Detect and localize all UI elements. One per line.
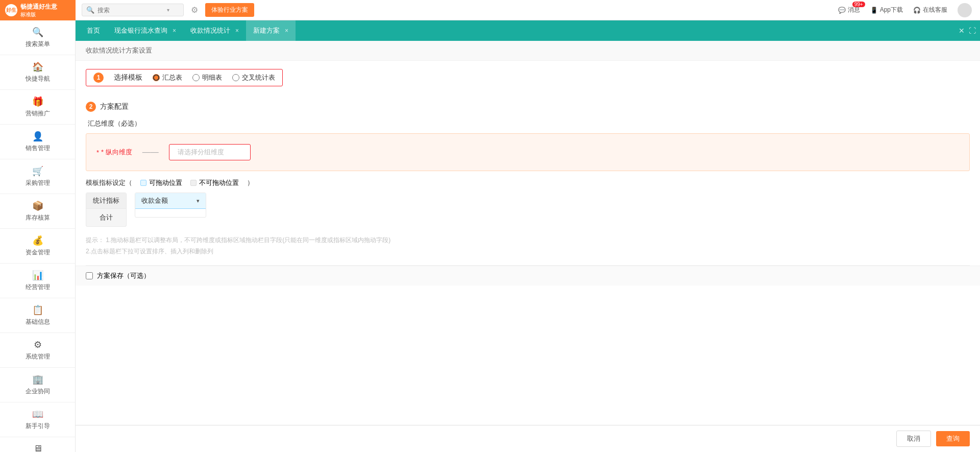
metrics-category-header: 统计指标 <box>86 193 126 209</box>
search-input[interactable] <box>97 7 164 14</box>
app-download-label: App下载 <box>880 6 903 14</box>
metrics-header-row: 模板指标设定（ 可拖动位置 不可拖动位置 ） <box>86 178 970 187</box>
trial-button[interactable]: 体验行业方案 <box>205 3 254 17</box>
save-label: 方案保存（可选） <box>97 271 150 280</box>
cancel-button[interactable]: 取消 <box>896 431 931 447</box>
sidebar-label-nav: 快捷导航 <box>26 75 50 83</box>
tab-bank-flow-label: 现金银行流水查询 <box>114 26 167 35</box>
dimension-select[interactable]: 请选择分组维度 <box>169 144 251 160</box>
tab-home[interactable]: 首页 <box>80 20 107 41</box>
footer: 取消 查询 <box>76 425 980 452</box>
enterprise-icon: 🏢 <box>32 374 43 385</box>
search-box[interactable]: 🔍 ▾ <box>82 4 184 16</box>
sidebar-item-enterprise[interactable]: 🏢 企业协同 <box>0 368 75 402</box>
tab-receipt-stats-close[interactable]: × <box>235 27 239 34</box>
sidebar: 🔍 搜索菜单 🏠 快捷导航 🎁 营销推广 👤 销售管理 🛒 采购管理 📦 <box>0 20 76 452</box>
query-button[interactable]: 查询 <box>936 431 970 446</box>
template-label-summary: 汇总表 <box>162 73 182 82</box>
sidebar-label-system: 系统管理 <box>26 352 50 361</box>
template-radio-group: 汇总表 明细表 交叉统计表 <box>153 73 275 82</box>
app-download-item[interactable]: 📱 App下载 <box>870 6 903 14</box>
sidebar-label-guide: 新手引导 <box>26 422 50 431</box>
search-icon: 🔍 <box>86 6 94 14</box>
metrics-table-area: 统计指标 合计 收款金额 ▾ <box>86 193 970 227</box>
search-menu-icon: 🔍 <box>32 27 43 38</box>
template-label-detail: 明细表 <box>202 73 222 82</box>
legend-movable-dot <box>140 180 146 186</box>
gift-icon: 🎁 <box>32 96 43 107</box>
user-avatar[interactable] <box>958 3 972 17</box>
system-icon: ⚙ <box>34 339 42 350</box>
sidebar-item-nav[interactable]: 🏠 快捷导航 <box>0 55 75 90</box>
message-item[interactable]: 💬 消息 99+ <box>838 6 860 14</box>
sidebar-item-inventory[interactable]: 📦 库存核算 <box>0 194 75 229</box>
breadcrumb: 收款情况统计方案设置 <box>76 41 980 61</box>
logo-icon: 好生 <box>5 4 17 16</box>
metrics-section-label: 模板指标设定（ <box>86 178 132 187</box>
metrics-row-header: 统计指标 合计 <box>86 193 127 227</box>
sidebar-label-search: 搜索菜单 <box>26 40 50 49</box>
legend-fixed: 不可拖动位置 <box>190 178 239 187</box>
sidebar-label-sales: 销售管理 <box>26 144 50 153</box>
template-option-detail[interactable]: 明细表 <box>192 73 222 82</box>
template-selector: 1 选择模板 汇总表 明细表 <box>86 69 283 86</box>
sales-icon: 👤 <box>32 131 43 142</box>
step2-section: 2 方案配置 汇总维度（必选） * * 纵向维度 <box>76 102 980 265</box>
hints-section: 提示： 1.拖动标题栏可以调整布局，不可跨维度或指标区域拖动栏目字段(只能在同一… <box>86 227 970 257</box>
tab-bank-flow[interactable]: 现金银行流水查询 × <box>107 20 183 41</box>
hint-line-2: 2.点击标题栏下拉可设置排序、插入列和删除列 <box>86 246 970 257</box>
basic-info-icon: 📋 <box>32 304 43 316</box>
tab-fullscreen-btn[interactable]: ⛶ <box>969 27 976 35</box>
required-star: * <box>96 149 99 156</box>
sidebar-label-inventory: 库存核算 <box>26 213 50 222</box>
logo-text: 畅捷通好生意 <box>20 3 57 11</box>
step1-number: 1 <box>93 73 104 83</box>
metrics-dropdown-icon[interactable]: ▾ <box>197 198 200 204</box>
sidebar-item-sales[interactable]: 👤 销售管理 <box>0 125 75 159</box>
tab-close-window-btn[interactable]: ✕ <box>959 27 965 35</box>
search-dropdown-icon[interactable]: ▾ <box>167 7 169 13</box>
finance-icon: 💰 <box>32 235 43 246</box>
online-service-item[interactable]: 🎧 在线客服 <box>913 6 947 14</box>
tab-new-plan-close[interactable]: × <box>285 27 288 34</box>
sidebar-item-finance[interactable]: 💰 资金管理 <box>0 229 75 264</box>
tab-bar-right: ✕ ⛶ <box>959 27 976 35</box>
legend-fixed-label: 不可拖动位置 <box>199 178 239 187</box>
template-radio-detail[interactable] <box>192 74 200 81</box>
tab-bank-flow-close[interactable]: × <box>173 27 176 34</box>
save-checkbox[interactable] <box>86 272 93 279</box>
template-label-cross: 交叉统计表 <box>242 73 275 82</box>
hardware-icon: 🖥 <box>33 443 42 452</box>
sidebar-item-hardware[interactable]: 🖥 智能硬件 <box>0 437 75 452</box>
purchase-icon: 🛒 <box>32 165 43 177</box>
template-radio-cross[interactable] <box>232 74 239 81</box>
page-inner: 收款情况统计方案设置 1 选择模板 汇总表 <box>76 41 980 425</box>
step1-header: 1 选择模板 汇总表 明细表 <box>86 69 970 86</box>
sidebar-item-guide[interactable]: 📖 新手引导 <box>0 402 75 437</box>
hint-line-1: 提示： 1.拖动标题栏可以调整布局，不可跨维度或指标区域拖动栏目字段(只能在同一… <box>86 235 970 246</box>
sidebar-item-basic-info[interactable]: 📋 基础信息 <box>0 298 75 333</box>
dimension-section-label: 汇总维度（必选） <box>86 119 970 128</box>
template-radio-summary[interactable] <box>153 74 160 81</box>
sidebar-item-purchase[interactable]: 🛒 采购管理 <box>0 159 75 194</box>
dimension-arrow: —— <box>142 148 159 157</box>
step2-title: 方案配置 <box>100 102 129 111</box>
logo-area: 好生 畅捷通好生意 标准版 <box>0 0 76 20</box>
tab-new-plan[interactable]: 新建方案 × <box>246 20 296 41</box>
save-row: 方案保存（可选） <box>76 266 980 286</box>
sidebar-item-management[interactable]: 📊 经营管理 <box>0 264 75 298</box>
settings-icon[interactable]: ⚙ <box>189 3 200 17</box>
metrics-data-table: 收款金额 ▾ <box>135 193 206 218</box>
template-option-summary[interactable]: 汇总表 <box>153 73 182 82</box>
dimension-row: * * 纵向维度 —— 请选择分组维度 <box>96 144 959 160</box>
sidebar-item-search[interactable]: 🔍 搜索菜单 <box>0 20 75 55</box>
tab-bar: 首页 现金银行流水查询 × 收款情况统计 × 新建方案 × ✕ ⛶ <box>76 20 980 41</box>
sidebar-label-finance: 资金管理 <box>26 248 50 257</box>
sidebar-item-system[interactable]: ⚙ 系统管理 <box>0 333 75 368</box>
sidebar-item-marketing[interactable]: 🎁 营销推广 <box>0 90 75 125</box>
spacer <box>76 286 980 425</box>
app-icon: 📱 <box>870 7 878 14</box>
guide-icon: 📖 <box>32 409 43 420</box>
tab-receipt-stats[interactable]: 收款情况统计 × <box>183 20 246 41</box>
template-option-cross[interactable]: 交叉统计表 <box>232 73 275 82</box>
